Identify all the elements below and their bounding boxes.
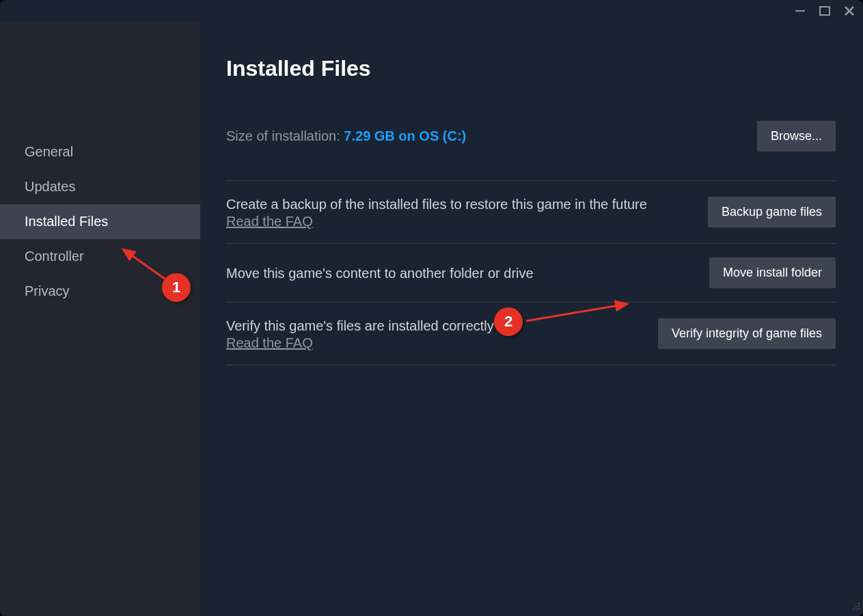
resize-grip[interactable] <box>851 601 860 613</box>
sidebar-item-general[interactable]: General <box>0 135 200 169</box>
callout-2: 2 <box>494 307 523 336</box>
titlebar-controls <box>795 5 855 16</box>
page-title: Installed Files <box>226 56 836 81</box>
move-desc: Move this game's content to another fold… <box>226 264 689 283</box>
minimize-button[interactable] <box>795 5 806 16</box>
arrow-2 <box>519 290 635 328</box>
svg-point-9 <box>855 606 857 607</box>
callout-badge-2: 2 <box>494 307 523 336</box>
resize-grip-icon <box>851 601 860 611</box>
svg-point-11 <box>853 608 854 610</box>
maximize-icon <box>819 5 830 16</box>
sidebar: General Updates Installed Files Controll… <box>0 22 200 616</box>
main-content: General Updates Installed Files Controll… <box>0 22 863 616</box>
callout-badge-1: 1 <box>162 273 191 302</box>
backup-text: Create a backup of the installed files t… <box>226 195 687 229</box>
move-button[interactable]: Move install folder <box>709 257 836 288</box>
svg-point-10 <box>858 606 860 607</box>
svg-point-12 <box>855 608 857 610</box>
backup-faq-link[interactable]: Read the FAQ <box>226 214 313 229</box>
svg-point-13 <box>858 608 860 610</box>
minimize-icon <box>795 5 806 16</box>
verify-button[interactable]: Verify integrity of game files <box>658 318 836 349</box>
backup-desc: Create a backup of the installed files t… <box>226 195 687 214</box>
size-label: Size of installation: <box>226 128 344 143</box>
callout-1: 1 <box>162 273 191 302</box>
size-text: Size of installation: 7.29 GB on OS (C:) <box>226 128 466 144</box>
titlebar <box>0 0 863 22</box>
close-button[interactable] <box>844 5 855 16</box>
svg-line-7 <box>526 304 627 321</box>
backup-section: Create a backup of the installed files t… <box>226 180 836 243</box>
backup-button[interactable]: Backup game files <box>708 197 836 227</box>
properties-window: General Updates Installed Files Controll… <box>0 0 863 616</box>
verify-faq-link[interactable]: Read the FAQ <box>226 335 313 350</box>
maximize-button[interactable] <box>819 5 830 16</box>
sidebar-item-updates[interactable]: Updates <box>0 169 200 204</box>
size-value: 7.29 GB on OS (C:) <box>344 128 466 143</box>
browse-button[interactable]: Browse... <box>757 121 836 152</box>
move-text: Move this game's content to another fold… <box>226 264 689 283</box>
size-row: Size of installation: 7.29 GB on OS (C:)… <box>226 121 836 180</box>
close-icon <box>844 5 855 16</box>
svg-point-8 <box>858 603 860 604</box>
svg-rect-1 <box>820 7 830 15</box>
sidebar-item-installed-files[interactable]: Installed Files <box>0 204 200 239</box>
